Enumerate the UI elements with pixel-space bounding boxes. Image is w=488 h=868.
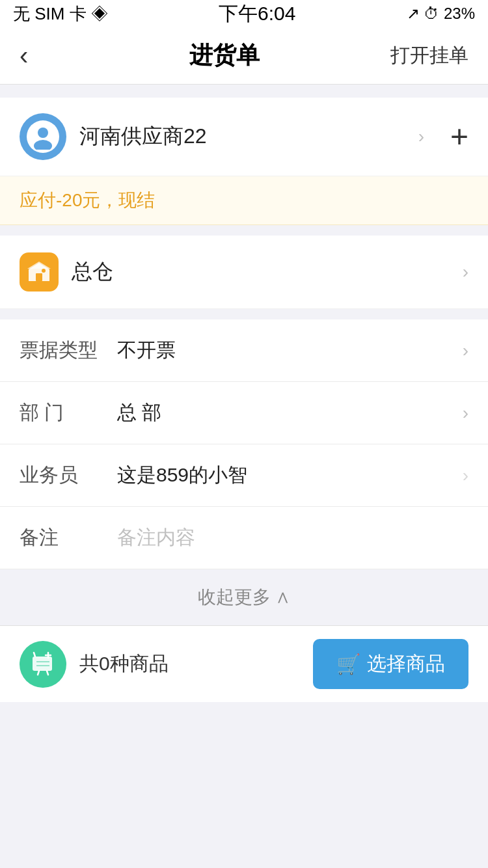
person-icon: [30, 124, 56, 150]
svg-rect-2: [36, 273, 42, 281]
invoice-type-row[interactable]: 票据类型 不开票: [0, 319, 488, 382]
supplier-chevron-icon: [418, 126, 424, 147]
salesperson-chevron-icon: [463, 465, 468, 486]
open-pending-button[interactable]: 打开挂单: [390, 42, 468, 69]
invoice-type-chevron-icon: [463, 340, 468, 361]
page-rest: [0, 702, 488, 868]
svg-point-0: [38, 128, 48, 138]
department-chevron-icon: [463, 403, 468, 424]
warehouse-icon: [20, 252, 59, 292]
status-time: 下午6:04: [219, 1, 295, 27]
svg-marker-3: [27, 262, 51, 269]
sim-status: 无 SIM 卡 ◈: [13, 3, 108, 25]
salesperson-label: 业务员: [20, 462, 111, 489]
status-right: ↗ ⏱ 23%: [407, 5, 475, 23]
page-title: 进货单: [189, 40, 260, 72]
salesperson-row[interactable]: 业务员 这是859的小智: [0, 444, 488, 507]
collapse-row[interactable]: 收起更多 ∧: [0, 569, 488, 625]
select-product-label: 选择商品: [367, 651, 445, 677]
department-value: 总 部: [111, 400, 463, 426]
supplier-row[interactable]: 河南供应商22 +: [0, 98, 488, 176]
nav-bar: ‹ 进货单 打开挂单: [0, 27, 488, 85]
remarks-label: 备注: [20, 524, 111, 551]
remarks-row[interactable]: 备注 备注内容: [0, 507, 488, 569]
select-product-icon: 🛒: [336, 653, 360, 675]
warehouse-name: 总仓: [72, 258, 463, 286]
notice-row: 应付-20元，现结: [0, 176, 488, 225]
salesperson-value: 这是859的小智: [111, 462, 463, 489]
section-divider-2: [0, 225, 488, 236]
invoice-type-label: 票据类型: [20, 337, 111, 364]
svg-point-4: [42, 269, 46, 273]
svg-point-1: [34, 140, 52, 150]
product-icon: [20, 641, 66, 688]
status-bar: 无 SIM 卡 ◈ 下午6:04 ↗ ⏱ 23%: [0, 0, 488, 27]
supplier-name: 河南供应商22: [79, 122, 418, 151]
select-product-button[interactable]: 🛒 选择商品: [313, 639, 468, 689]
cart-icon: [30, 651, 56, 677]
add-supplier-button[interactable]: +: [444, 121, 468, 152]
bottom-bar: 共0种商品 🛒 选择商品: [0, 625, 488, 702]
department-label: 部 门: [20, 400, 111, 426]
warehouse-section: 总仓: [0, 236, 488, 309]
invoice-type-value: 不开票: [111, 337, 463, 364]
status-left: 无 SIM 卡 ◈: [13, 3, 108, 25]
form-section: 票据类型 不开票 部 门 总 部 业务员 这是859的小智 备注 备注内容: [0, 319, 488, 569]
remarks-value[interactable]: 备注内容: [111, 524, 468, 551]
section-divider-1: [0, 85, 488, 98]
department-row[interactable]: 部 门 总 部: [0, 382, 488, 444]
warehouse-chevron-icon: [463, 262, 468, 282]
battery-status: ↗ ⏱ 23%: [407, 5, 475, 23]
section-divider-3: [0, 309, 488, 319]
back-button[interactable]: ‹: [20, 41, 59, 70]
warehouse-svg-icon: [27, 260, 51, 284]
warehouse-row[interactable]: 总仓: [0, 236, 488, 309]
supplier-avatar-inner: [27, 120, 59, 153]
svg-rect-5: [33, 657, 52, 671]
product-count: 共0种商品: [79, 651, 313, 677]
supplier-avatar: [20, 113, 66, 160]
supplier-section: 河南供应商22 + 应付-20元，现结: [0, 98, 488, 225]
